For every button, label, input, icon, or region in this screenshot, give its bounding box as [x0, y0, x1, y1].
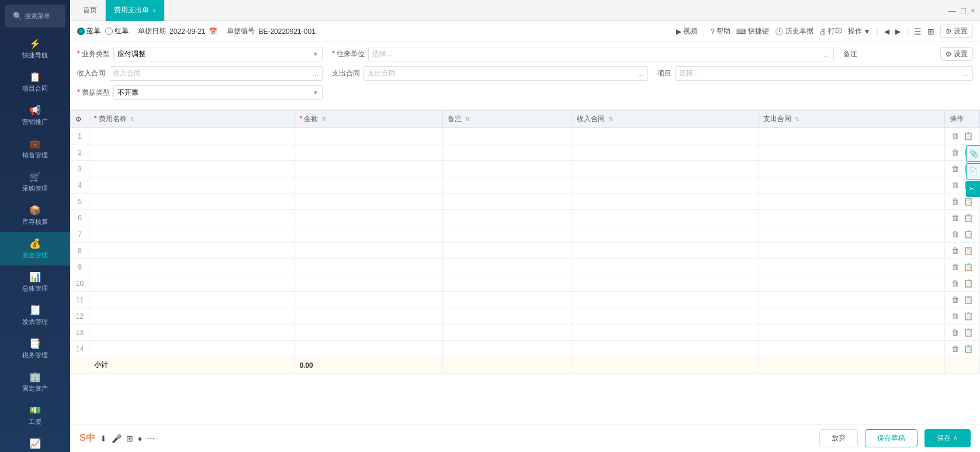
tab-expense[interactable]: 费用支出单 ×	[106, 0, 165, 21]
cell-income-contract[interactable]	[572, 226, 759, 243]
cell-amount[interactable]	[295, 128, 443, 144]
cell-remark[interactable]	[443, 292, 572, 308]
cell-amount[interactable]	[295, 292, 443, 308]
cell-remark[interactable]	[443, 128, 572, 144]
history-btn[interactable]: 🕐 历史单据	[775, 26, 813, 36]
footer-icon-grid[interactable]: ⊞	[126, 434, 133, 443]
sidebar-item-accounting[interactable]: 📊 总账管理	[0, 265, 70, 299]
arrow-right-btn[interactable]: ▶	[895, 27, 901, 36]
cell-amount[interactable]	[295, 144, 443, 161]
cell-amount[interactable]	[295, 275, 443, 292]
cell-expense-name[interactable]	[89, 128, 295, 144]
cell-amount[interactable]	[295, 210, 443, 226]
cell-remark[interactable]	[443, 259, 572, 275]
footer-icon-diamond[interactable]: ♦	[138, 434, 142, 443]
cell-income-contract[interactable]	[572, 275, 759, 292]
cell-remark[interactable]	[443, 275, 572, 292]
tab-home[interactable]: 首页	[75, 0, 106, 21]
invoice-type-select[interactable]: 不开票 ▼	[113, 85, 323, 100]
cell-remark[interactable]	[443, 194, 572, 210]
cell-expense-contract[interactable]	[759, 226, 945, 243]
cell-expense-name[interactable]	[89, 210, 295, 226]
sidebar-item-tax[interactable]: 📑 税务管理	[0, 332, 70, 365]
delete-row-btn[interactable]: 🗑	[951, 279, 959, 288]
delete-row-btn[interactable]: 🗑	[951, 164, 959, 173]
cell-amount[interactable]	[295, 194, 443, 210]
delete-row-btn[interactable]: 🗑	[951, 312, 959, 320]
cell-income-contract[interactable]	[572, 325, 759, 341]
delete-row-btn[interactable]: 🗑	[951, 148, 959, 157]
grid-view-btn[interactable]: ⊞	[927, 27, 934, 36]
cell-expense-contract[interactable]	[759, 128, 945, 144]
cell-expense-contract[interactable]	[759, 325, 945, 341]
col-expense-name[interactable]: * 费用名称 ⇅	[89, 111, 295, 128]
copy-row-btn[interactable]: 📋	[964, 279, 973, 288]
delete-row-btn[interactable]: 🗑	[951, 263, 959, 271]
copy-row-btn[interactable]: 📋	[964, 246, 973, 255]
cell-remark[interactable]	[443, 341, 572, 357]
sidebar-item-salary[interactable]: 💵 工资	[0, 399, 70, 432]
cell-expense-contract[interactable]	[759, 144, 945, 161]
cell-expense-contract[interactable]	[759, 194, 945, 210]
cell-expense-name[interactable]	[89, 177, 295, 194]
print-btn[interactable]: 🖨 打印	[819, 26, 842, 36]
copy-row-btn[interactable]: 📋	[964, 213, 973, 222]
cell-expense-contract[interactable]	[759, 243, 945, 259]
window-maximize-btn[interactable]: □	[961, 6, 965, 15]
cell-remark[interactable]	[443, 177, 572, 194]
copy-row-btn[interactable]: 📋	[964, 328, 973, 337]
cell-expense-name[interactable]	[89, 226, 295, 243]
cell-expense-name[interactable]	[89, 144, 295, 161]
cell-expense-name[interactable]	[89, 341, 295, 357]
cell-remark[interactable]	[443, 210, 572, 226]
cell-amount[interactable]	[295, 259, 443, 275]
scissors-btn[interactable]: ✂	[966, 181, 980, 197]
sidebar-item-assets[interactable]: 🏢 固定资产	[0, 365, 70, 399]
cell-income-contract[interactable]	[572, 144, 759, 161]
cell-expense-contract[interactable]	[759, 292, 945, 308]
partner-select[interactable]: 选择... ...	[368, 47, 834, 61]
cell-expense-contract[interactable]	[759, 275, 945, 292]
delete-row-btn[interactable]: 🗑	[951, 344, 959, 353]
list-view-btn[interactable]: ☰	[914, 27, 922, 36]
sidebar-item-quick-nav[interactable]: ⚡ 快捷导航	[0, 32, 70, 65]
cell-remark[interactable]	[443, 325, 572, 341]
cell-remark[interactable]	[443, 243, 572, 259]
settings-btn[interactable]: ⚙ 设置	[940, 25, 973, 38]
delete-row-btn[interactable]: 🗑	[951, 181, 959, 189]
footer-icon-more[interactable]: ⋯	[147, 434, 155, 443]
cell-expense-name[interactable]	[89, 243, 295, 259]
copy-row-btn[interactable]: 📋	[964, 263, 973, 271]
cell-expense-contract[interactable]	[759, 177, 945, 194]
cell-income-contract[interactable]	[572, 161, 759, 177]
save-draft-button[interactable]: 保存草稿	[865, 429, 917, 447]
col-expense-contract[interactable]: 支出合同 ⇅	[759, 111, 945, 128]
cell-expense-contract[interactable]	[759, 341, 945, 357]
cell-amount[interactable]	[295, 308, 443, 325]
sidebar-item-inventory[interactable]: 📦 库存核算	[0, 199, 70, 232]
cell-expense-contract[interactable]	[759, 210, 945, 226]
ops-btn[interactable]: 操作 ▼	[848, 26, 871, 36]
delete-row-btn[interactable]: 🗑	[951, 295, 959, 304]
cell-expense-contract[interactable]	[759, 308, 945, 325]
cell-expense-name[interactable]	[89, 259, 295, 275]
col-config[interactable]: ⚙	[71, 111, 89, 128]
cell-amount[interactable]	[295, 341, 443, 357]
cell-income-contract[interactable]	[572, 243, 759, 259]
col-income-contract[interactable]: 收入合同 ⇅	[572, 111, 759, 128]
cell-amount[interactable]	[295, 177, 443, 194]
cell-income-contract[interactable]	[572, 194, 759, 210]
delete-row-btn[interactable]: 🗑	[951, 197, 959, 206]
delete-row-btn[interactable]: 🗑	[951, 213, 959, 222]
shortcut-btn[interactable]: ⌨ 快捷键	[736, 26, 769, 36]
calendar-icon[interactable]: 📅	[209, 27, 217, 36]
expense-contract-select[interactable]: 支出合同 ...	[363, 66, 648, 81]
cell-income-contract[interactable]	[572, 341, 759, 357]
video-btn[interactable]: ▶ 视频	[676, 26, 697, 36]
copy-row-btn[interactable]: 📋	[964, 344, 973, 353]
save-button[interactable]: 保存 ∧	[924, 429, 971, 447]
footer-icon-download[interactable]: ⬇	[100, 434, 107, 443]
business-type-select[interactable]: 应付调整 ▼	[113, 47, 323, 61]
cell-amount[interactable]	[295, 161, 443, 177]
cell-income-contract[interactable]	[572, 177, 759, 194]
